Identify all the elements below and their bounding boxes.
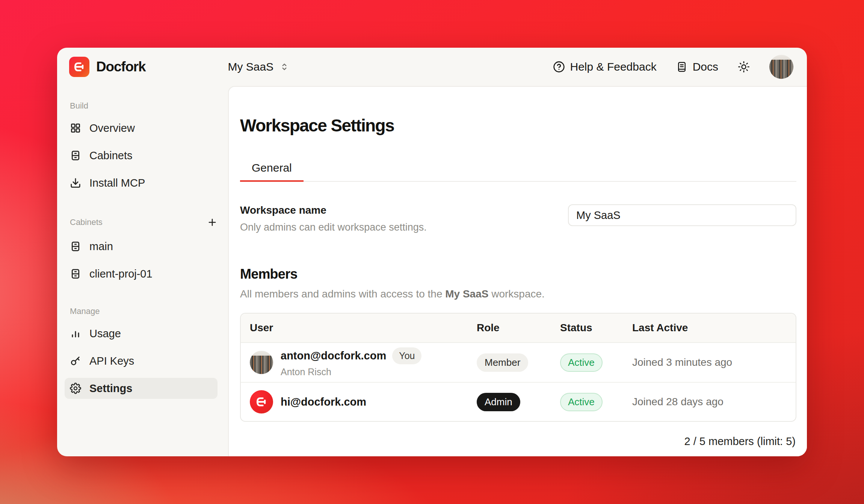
tab-bar: General — [240, 161, 796, 182]
theme-toggle-button[interactable] — [738, 61, 750, 73]
sidebar: Build Overview — [57, 86, 228, 456]
table-row: hi@docfork.com Admin Active Joined 28 da… — [241, 382, 796, 421]
help-circle-icon — [553, 61, 565, 73]
member-email: hi@docfork.com — [281, 396, 366, 408]
members-title: Members — [240, 266, 796, 282]
member-last-active: Joined 3 minutes ago — [632, 356, 796, 368]
sidebar-item-install-mcp[interactable]: Install MCP — [65, 172, 218, 193]
docs-button[interactable]: Docs — [676, 60, 718, 73]
column-header-user: User — [241, 322, 477, 334]
sidebar-item-label: Cabinets — [89, 149, 132, 162]
tab-general[interactable]: General — [240, 161, 304, 182]
docs-book-icon — [676, 61, 687, 73]
brand-logo[interactable]: Docfork — [69, 57, 145, 77]
member-avatar — [250, 351, 273, 374]
role-badge: Member — [477, 353, 528, 372]
sidebar-section-manage: Manage — [70, 306, 218, 316]
docs-label: Docs — [693, 60, 718, 73]
column-header-role: Role — [477, 322, 560, 334]
brand-name: Docfork — [96, 59, 145, 75]
sidebar-section-cabinets: Cabinets — [70, 216, 218, 229]
sidebar-section-build: Build — [70, 101, 218, 111]
download-icon — [70, 177, 81, 189]
cabinet-icon — [70, 268, 81, 279]
sidebar-item-label: client-proj-01 — [89, 268, 153, 280]
chevron-up-down-icon — [279, 62, 289, 72]
docfork-logo-icon — [69, 57, 89, 77]
table-row: anton@docfork.com You Anton Risch Member… — [241, 343, 796, 382]
add-cabinet-button[interactable] — [205, 216, 219, 229]
main-panel: Workspace Settings General Workspace nam… — [228, 86, 807, 456]
user-avatar[interactable] — [769, 55, 793, 79]
workspace-switcher[interactable]: My SaaS — [228, 60, 289, 73]
members-table: User Role Status Last Active anton@docfo… — [240, 313, 796, 422]
workspace-name-hint: Only admins can edit workspace settings. — [240, 222, 427, 233]
help-feedback-label: Help & Feedback — [570, 60, 657, 73]
member-last-active: Joined 28 days ago — [632, 396, 796, 408]
cabinet-icon — [70, 241, 81, 252]
sidebar-item-label: Usage — [89, 327, 121, 340]
sidebar-item-cabinet-client-proj-01[interactable]: client-proj-01 — [65, 263, 218, 284]
sidebar-item-cabinet-main[interactable]: main — [65, 236, 218, 257]
app-window: Docfork My SaaS — [57, 48, 807, 456]
bar-chart-icon — [70, 328, 81, 339]
role-badge: Admin — [477, 393, 520, 411]
member-avatar-docfork — [250, 390, 273, 413]
column-header-last-active: Last Active — [632, 322, 796, 334]
workspace-switcher-label: My SaaS — [228, 60, 273, 73]
topbar-actions: Help & Feedback Docs — [553, 55, 794, 79]
gear-icon — [70, 383, 81, 394]
member-email: anton@docfork.com — [281, 350, 386, 362]
sidebar-item-usage[interactable]: Usage — [65, 323, 218, 344]
workspace-name-label: Workspace name — [240, 204, 427, 216]
page-background: Docfork My SaaS — [0, 0, 864, 504]
members-count: 2 / 5 members (limit: 5) — [240, 435, 796, 448]
sidebar-item-cabinets[interactable]: Cabinets — [65, 145, 218, 166]
workspace-name-row: Workspace name Only admins can edit work… — [240, 204, 796, 233]
key-icon — [70, 355, 81, 367]
sidebar-item-label: Overview — [89, 122, 135, 134]
column-header-status: Status — [560, 322, 632, 334]
page-title: Workspace Settings — [240, 115, 796, 136]
help-feedback-button[interactable]: Help & Feedback — [553, 60, 657, 73]
you-badge: You — [392, 347, 421, 364]
grid-icon — [70, 122, 81, 134]
cabinet-icon — [70, 150, 81, 161]
topbar: Docfork My SaaS — [57, 48, 807, 86]
sidebar-item-label: main — [89, 240, 113, 253]
status-badge: Active — [560, 393, 603, 411]
sidebar-item-label: API Keys — [89, 355, 134, 367]
sidebar-item-api-keys[interactable]: API Keys — [65, 350, 218, 371]
sun-icon — [738, 61, 750, 73]
member-name: Anton Risch — [281, 367, 421, 377]
workspace-name-input[interactable] — [568, 204, 796, 226]
sidebar-item-settings[interactable]: Settings — [65, 378, 218, 399]
members-table-header: User Role Status Last Active — [241, 314, 796, 343]
status-badge: Active — [560, 353, 603, 372]
sidebar-item-overview[interactable]: Overview — [65, 118, 218, 139]
sidebar-item-label: Install MCP — [89, 177, 145, 189]
sidebar-item-label: Settings — [89, 382, 132, 395]
members-description: All members and admins with access to th… — [240, 288, 796, 300]
